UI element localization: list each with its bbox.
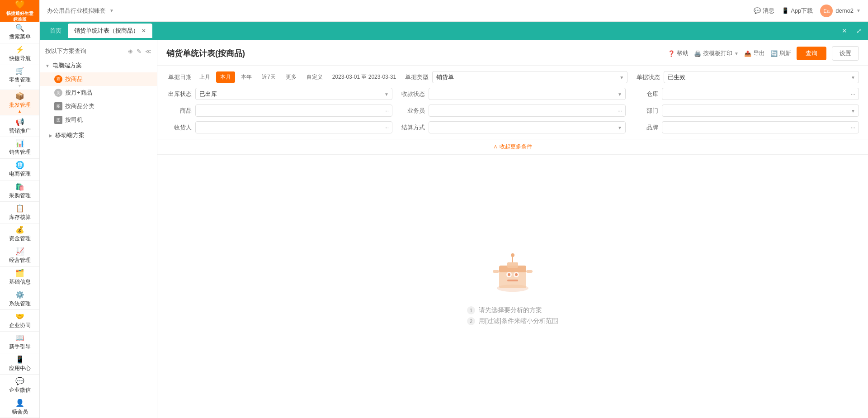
- sidebar-item-wholesale[interactable]: 📦 批发管理 ▲: [0, 90, 39, 115]
- sidebar-item-enterprise[interactable]: 🤝 企业协同: [0, 310, 39, 332]
- refresh-label: 刷新: [779, 49, 791, 57]
- sidebar-item-label-operation: 经营管理: [9, 256, 31, 264]
- receiver-input[interactable]: [195, 121, 392, 133]
- quick-icon: ⚡: [15, 45, 24, 54]
- sidebar-item-sales[interactable]: 📊 销售管理: [0, 137, 39, 159]
- tab-home[interactable]: 首页: [43, 24, 68, 38]
- download-icon: 📱: [782, 7, 789, 14]
- staff-input[interactable]: [429, 104, 626, 117]
- by-cashier-icon: 图: [54, 116, 62, 124]
- collapse-bar[interactable]: ∧ 收起更多条件: [157, 139, 868, 155]
- date-tab-custom[interactable]: 自定义: [302, 71, 327, 83]
- brand-dots-icon[interactable]: ···: [851, 124, 855, 131]
- close-window-button[interactable]: ✕: [839, 25, 850, 36]
- sidebar-item-member[interactable]: 👤 畅会员: [0, 396, 39, 418]
- sidebar-item-marketing[interactable]: 📢 营销推广: [0, 115, 39, 137]
- sidebar-item-purchase[interactable]: 🛍️ 采购管理: [0, 180, 39, 202]
- message-button[interactable]: 💬 消息: [754, 7, 774, 15]
- export-button[interactable]: 📤 导出: [744, 49, 765, 57]
- sidebar-item-label-purchase: 采购管理: [9, 192, 31, 200]
- purchase-icon: 🛍️: [15, 182, 24, 191]
- tree-item-by-product[interactable]: 商 按商品: [40, 72, 157, 86]
- sidebar-logo: 🧡 畅捷通好生意 标准版: [0, 0, 39, 22]
- tree-group-mobile-label: 移动端方案: [55, 131, 85, 139]
- sidebar-item-stock[interactable]: 📋 库存核算: [0, 202, 39, 223]
- dept-control: ▼: [662, 104, 859, 117]
- store-dots-icon[interactable]: ···: [851, 91, 855, 97]
- sidebar-item-label-marketing: 营销推广: [9, 127, 31, 135]
- maximize-window-button[interactable]: ⤢: [854, 25, 864, 36]
- tree-group-mobile-header[interactable]: ▶ 移动端方案: [40, 128, 157, 142]
- tree-group-pc-header[interactable]: ▼ 电脑端方案: [40, 59, 157, 72]
- type-select[interactable]: 销货单: [432, 71, 627, 83]
- store-input[interactable]: [662, 88, 859, 100]
- sidebar-item-label-member: 畅会员: [12, 408, 28, 416]
- date-tab-more[interactable]: 更多: [282, 71, 301, 83]
- tree-item-by-month-product[interactable]: 历 按月+商品: [40, 86, 157, 100]
- filter-product-field: 商品 ···: [166, 104, 392, 117]
- sidebar-item-label-system: 系统管理: [9, 300, 31, 308]
- sidebar-item-quick[interactable]: ⚡ 快捷导航: [0, 43, 39, 65]
- sidebar-item-retail[interactable]: 🛒 零售管理 ▼: [0, 65, 39, 90]
- sidebar-item-ecom[interactable]: 🌐 电商管理: [0, 159, 39, 180]
- date-tab-this-year[interactable]: 本年: [237, 71, 256, 83]
- product-input[interactable]: [195, 104, 392, 117]
- filter-collection-field: 收款状态 ▼: [400, 88, 626, 100]
- add-scheme-icon[interactable]: ⊕: [128, 48, 133, 55]
- brand-input[interactable]: [662, 121, 859, 133]
- tree-item-by-category[interactable]: 图 按商品分类: [40, 100, 157, 113]
- sidebar-item-wechat[interactable]: 💬 企业微信: [0, 375, 39, 396]
- tab-sales-report[interactable]: 销货单统计表（按商品） ✕: [68, 24, 152, 38]
- sidebar-item-operation[interactable]: 📈 经营管理: [0, 245, 39, 267]
- svg-point-6: [508, 273, 510, 276]
- filter-brand-field: 品牌 ···: [633, 121, 859, 133]
- retail-arrow-icon: ▼: [18, 84, 22, 88]
- hint-2-num: 2: [467, 317, 475, 325]
- tree-item-by-cashier[interactable]: 图 按司机: [40, 113, 157, 127]
- sidebar-item-label-search: 搜索菜单: [9, 33, 31, 41]
- edit-scheme-icon[interactable]: ✎: [137, 48, 142, 55]
- logo-icon: 🧡: [15, 0, 25, 10]
- sidebar-item-label-basic: 基础信息: [9, 278, 31, 286]
- wholesale-icon: 📦: [15, 92, 24, 100]
- staff-dots-icon[interactable]: ···: [618, 108, 622, 114]
- tab-close-icon[interactable]: ✕: [142, 28, 146, 34]
- user-profile-button[interactable]: Ea demo2 ▼: [820, 5, 861, 17]
- filter-row-4: 收货人 ··· 结算方式 ▼: [166, 121, 859, 133]
- empty-illustration: [486, 245, 540, 301]
- product-dots-icon[interactable]: ···: [384, 108, 389, 114]
- dept-label: 部门: [633, 107, 658, 115]
- date-tab-last-month[interactable]: 上月: [195, 71, 214, 83]
- sidebar-item-basic[interactable]: 🗂️ 基础信息: [0, 267, 39, 289]
- receiver-dots-icon[interactable]: ···: [384, 124, 389, 131]
- sidebar-item-search[interactable]: 🔍 搜索菜单: [0, 22, 39, 43]
- date-tabs: 上月 本月 本年 近7天 更多 自定义 2023-03-01 至 2023-03…: [195, 71, 396, 83]
- tab-sales-report-label: 销货单统计表（按商品）: [74, 27, 139, 35]
- print-button[interactable]: 🖨️ 按模板打印 ▼: [694, 49, 739, 57]
- sidebar-item-appstore[interactable]: 📱 应用中心: [0, 353, 39, 375]
- query-button[interactable]: 查询: [797, 47, 826, 60]
- sidebar-item-newbie[interactable]: 📖 新手引导: [0, 332, 39, 353]
- workspace-selector[interactable]: 办公用品行业模拟账套 ▼: [47, 7, 114, 15]
- collection-select[interactable]: [429, 88, 626, 100]
- dept-select[interactable]: [662, 104, 859, 117]
- help-label: 帮助: [677, 49, 689, 57]
- sidebar-item-finance[interactable]: 💰 资金管理: [0, 223, 39, 245]
- refresh-button[interactable]: 🔄 刷新: [770, 49, 791, 57]
- app-download-button[interactable]: 📱 App下载: [782, 7, 813, 15]
- help-button[interactable]: ❓ 帮助: [668, 49, 689, 57]
- date-tab-7days[interactable]: 近7天: [258, 71, 280, 83]
- status-select[interactable]: 已生效: [664, 71, 859, 83]
- warehouse-select[interactable]: 已出库: [195, 88, 392, 100]
- user-avatar: Ea: [820, 5, 833, 17]
- settings-button[interactable]: 设置: [832, 46, 859, 61]
- date-tab-this-month[interactable]: 本月: [216, 71, 235, 83]
- payment-select[interactable]: [429, 121, 626, 133]
- search-icon: 🔍: [15, 24, 24, 32]
- sidebar-item-system[interactable]: ⚙️ 系统管理: [0, 288, 39, 310]
- collapse-panel-icon[interactable]: ≪: [145, 48, 151, 55]
- empty-state: 1 请先选择要分析的方案 2 用[过滤]条件来缩小分析范围: [157, 155, 868, 418]
- warehouse-control: 已出库 ▼: [195, 88, 392, 100]
- page-header: 销货单统计表(按商品) ❓ 帮助 🖨️ 按模板打印 ▼ 📤 导出: [157, 40, 868, 66]
- member-icon: 👤: [15, 399, 24, 407]
